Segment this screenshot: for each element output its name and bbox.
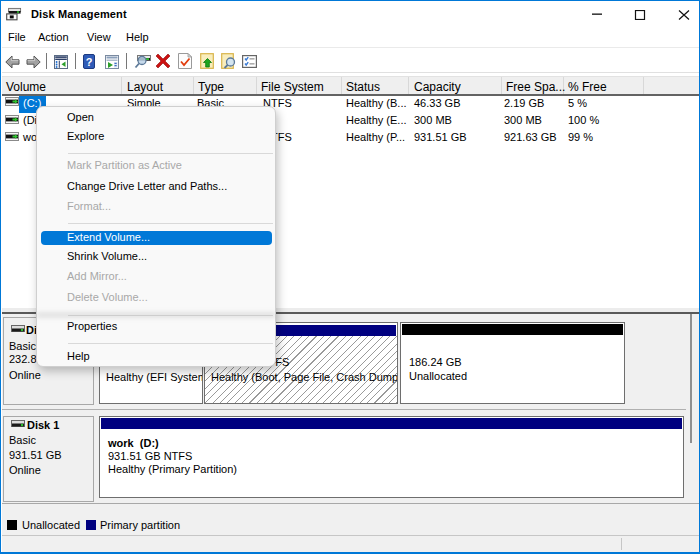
svg-text:?: ? bbox=[86, 56, 93, 68]
